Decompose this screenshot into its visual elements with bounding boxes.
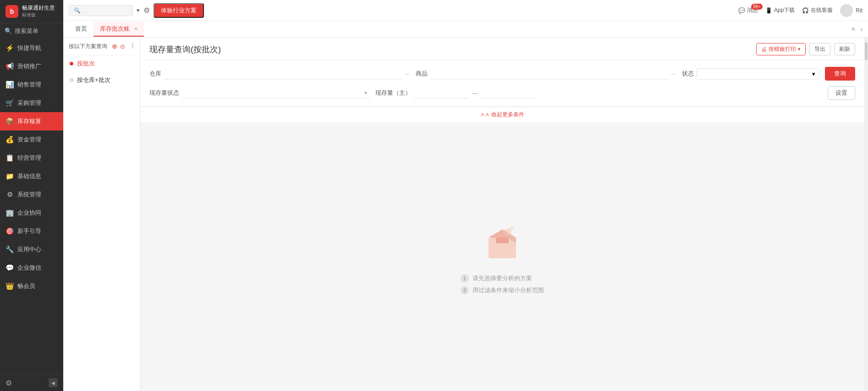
product-label: 商品 xyxy=(416,70,428,78)
app-download-item[interactable]: 📱 App下载 xyxy=(765,6,795,14)
sidebar-item-guide[interactable]: 🎯 新手引导 xyxy=(0,222,63,240)
edit-scheme-icon[interactable]: ⊙ xyxy=(120,43,125,50)
online-service-item[interactable]: 🎧 在线客服 xyxy=(802,6,833,14)
sidebar-item-label: 销售管理 xyxy=(17,81,41,89)
refresh-button[interactable]: 刷新 xyxy=(834,43,855,55)
product-more-icon[interactable]: ··· xyxy=(671,70,676,77)
sidebar-item-app-center[interactable]: 🔧 应用中心 xyxy=(0,240,63,259)
sidebar-item-label: 企业协同 xyxy=(17,209,41,217)
filter-stock-status: 现存量状态 ▾ xyxy=(149,88,370,98)
sidebar-collapse-btn[interactable]: ◀ xyxy=(49,378,58,387)
page-title: 现存量查询(按批次) xyxy=(149,44,221,60)
system-icon: ⚙ xyxy=(5,190,14,199)
sidebar-item-operations[interactable]: 📋 经营管理 xyxy=(0,149,63,167)
sidebar-item-finance[interactable]: 💰 资金管理 xyxy=(0,130,63,149)
right-panel: 现存量查询(按批次) 🖨 按模板打印 ▾ 导出 刷新 仓库 xyxy=(140,38,864,391)
scroll-thumb[interactable] xyxy=(865,42,868,60)
topbar-search-box[interactable]: 🔍 xyxy=(69,5,133,16)
svg-rect-3 xyxy=(496,238,509,243)
left-panel-header: 按以下方案查询 ⊕ ⊙ 《 xyxy=(63,38,140,55)
search-menu-item[interactable]: 🔍 搜索菜单 xyxy=(0,23,63,39)
scheme-item-warehouse-batch[interactable]: 按仓库+批次 xyxy=(63,72,140,88)
sidebar-item-label: 企业微信 xyxy=(17,264,41,272)
app-download-icon: 📱 xyxy=(765,7,772,14)
collapse-more-bar[interactable]: ∧∧ 收起更多条件 xyxy=(140,107,864,122)
app-download-label: App下载 xyxy=(774,6,795,14)
tab-more-icon[interactable]: › xyxy=(860,25,863,33)
sidebar-item-wechat[interactable]: 💬 企业微信 xyxy=(0,259,63,277)
query-button[interactable]: 查询 xyxy=(825,67,855,81)
username-label: Rit xyxy=(856,7,863,14)
sidebar-item-marketing[interactable]: 📢 营销推广 xyxy=(0,57,63,76)
product-input[interactable] xyxy=(430,68,668,79)
sidebar-item-label: 经营管理 xyxy=(17,154,41,162)
topbar-gear-icon[interactable]: ⚙ xyxy=(143,6,150,15)
settings-button[interactable]: 设置 xyxy=(828,86,855,100)
empty-tips: 1 请先选择要分析的方案 2 用过滤条件来缩小分析范围 xyxy=(461,274,544,294)
tip-num-1: 1 xyxy=(461,274,469,282)
operations-icon: 📋 xyxy=(5,154,14,162)
online-service-label: 在线客服 xyxy=(811,6,833,14)
sidebar-item-collab[interactable]: 🏢 企业协同 xyxy=(0,204,63,222)
page-actions: 🖨 按模板打印 ▾ 导出 刷新 xyxy=(756,43,855,60)
collab-icon: 🏢 xyxy=(5,209,14,217)
sidebar-item-inventory[interactable]: 📦 库存核算 xyxy=(0,112,63,130)
collapse-panel-icon[interactable]: 《 xyxy=(128,42,134,50)
stock-qty-from-input[interactable] xyxy=(414,87,469,98)
trial-button[interactable]: 体验行业方案 xyxy=(154,3,204,18)
messages-badge: 99+ xyxy=(751,4,763,10)
empty-state: 1 请先选择要分析的方案 2 用过滤条件来缩小分析范围 xyxy=(140,122,864,391)
sidebar-bottom: ⚙ ◀ xyxy=(0,374,63,391)
sidebar-item-label: 资金管理 xyxy=(17,136,41,144)
add-scheme-icon[interactable]: ⊕ xyxy=(112,43,117,50)
stock-qty-to-input[interactable] xyxy=(480,87,535,98)
sidebar-header: b 畅康通好生意 标准版 xyxy=(0,0,63,23)
status-select[interactable]: ▾ xyxy=(697,68,819,80)
svg-point-5 xyxy=(509,226,514,231)
sidebar-item-label: 应用中心 xyxy=(17,245,41,254)
sidebar-item-quick-nav[interactable]: ⚡ 快捷导航 xyxy=(0,39,63,57)
warehouse-more-icon[interactable]: ··· xyxy=(405,70,410,77)
empty-tip-1: 1 请先选择要分析的方案 xyxy=(461,274,544,282)
chevron-down-icon: ▾ xyxy=(812,71,815,77)
print-button[interactable]: 🖨 按模板打印 ▾ xyxy=(756,43,806,55)
finance-icon: 💰 xyxy=(5,136,14,144)
warehouse-input[interactable] xyxy=(164,68,402,79)
export-button[interactable]: 导出 xyxy=(809,43,830,55)
app-logo: b xyxy=(5,5,18,18)
settings-icon[interactable]: ⚙ xyxy=(5,379,12,387)
sidebar-item-sales[interactable]: 📊 销售管理 xyxy=(0,76,63,94)
content-area: 按以下方案查询 ⊕ ⊙ 《 按批次 按仓库+批次 现存量查询(按批次) xyxy=(63,38,868,391)
print-dropdown-icon[interactable]: ▾ xyxy=(798,46,801,52)
tab-home[interactable]: 首页 xyxy=(69,22,93,37)
messages-item[interactable]: 💬 消息 99+ xyxy=(738,6,758,14)
range-separator: — xyxy=(472,90,478,97)
topbar-right: 💬 消息 99+ 📱 App下载 🎧 在线客服 Rit xyxy=(738,4,863,17)
stock-qty-label: 现存量（主） xyxy=(375,89,411,97)
search-icon: 🔍 xyxy=(74,7,81,14)
wechat-icon: 💬 xyxy=(5,264,14,272)
filter-warehouse: 仓库 ··· xyxy=(149,68,410,79)
sidebar-item-basic-info[interactable]: 📁 基础信息 xyxy=(0,167,63,185)
topbar-dropdown[interactable]: ▾ xyxy=(137,7,140,14)
online-service-icon: 🎧 xyxy=(802,7,809,14)
sidebar-item-label: 采购管理 xyxy=(17,99,41,107)
guide-icon: 🎯 xyxy=(5,227,14,235)
sidebar-item-label: 基础信息 xyxy=(17,172,41,180)
sidebar-item-member[interactable]: 👑 畅会员 xyxy=(0,277,63,295)
tip-text-2: 用过滤条件来缩小分析范围 xyxy=(472,286,544,294)
tab-close-icon[interactable]: × xyxy=(134,26,137,32)
stock-status-select[interactable]: ▾ xyxy=(182,88,370,98)
tab-close-main-icon[interactable]: × xyxy=(849,23,857,35)
left-panel-title: 按以下方案查询 xyxy=(69,43,107,50)
tab-inventory-batch[interactable]: 库存批次账 × xyxy=(93,22,144,37)
sidebar-item-purchase[interactable]: 🛒 采购管理 xyxy=(0,94,63,112)
stock-status-dropdown-icon: ▾ xyxy=(364,90,367,96)
scheme-item-batch[interactable]: 按批次 xyxy=(63,55,140,72)
sidebar-item-label: 营销推广 xyxy=(17,62,41,71)
sidebar-item-label: 库存核算 xyxy=(17,117,41,125)
empty-tip-2: 2 用过滤条件来缩小分析范围 xyxy=(461,286,544,294)
sidebar-item-system[interactable]: ⚙ 系统管理 xyxy=(0,185,63,204)
filter-row-2: 现存量状态 ▾ 现存量（主） — 设置 xyxy=(149,86,855,100)
search-icon: 🔍 xyxy=(5,27,12,34)
